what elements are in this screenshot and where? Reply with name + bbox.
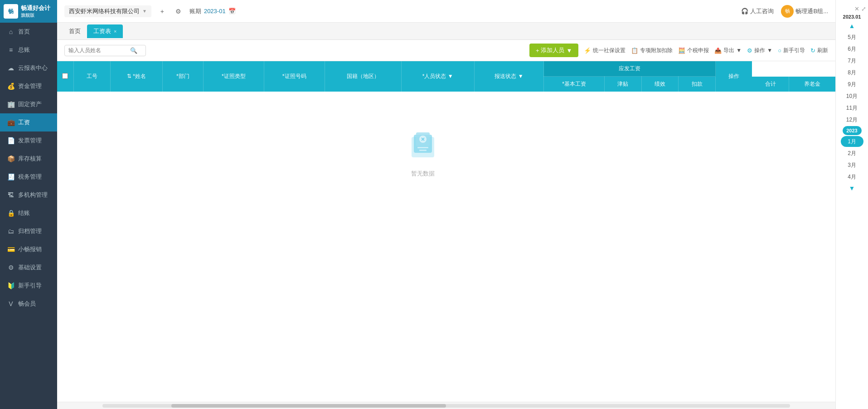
period-display: 2023.01 xyxy=(843,14,861,19)
month-1-active[interactable]: 1月 xyxy=(841,136,863,147)
operations-button[interactable]: ⚙ 操作 ▼ xyxy=(747,47,772,54)
month-9[interactable]: 9月 xyxy=(841,79,863,90)
sidebar-item-salary[interactable]: 💼 工资 xyxy=(0,113,57,131)
period-info: 账期 2023-01 📅 xyxy=(189,7,236,15)
right-date-panel: ✕ ⤢ 2023.01 ▲ 5月 6月 7月 8月 9月 10月 11月 12月… xyxy=(835,0,868,409)
month-6[interactable]: 6月 xyxy=(841,44,863,54)
th-report-status: 报送状态 ▼ xyxy=(475,61,544,92)
scroll-thumb[interactable] xyxy=(171,404,446,408)
year-2023-label: 2023 xyxy=(843,126,862,135)
operations-dropdown-icon: ▼ xyxy=(767,47,772,54)
month-12[interactable]: 12月 xyxy=(841,114,863,125)
user-menu[interactable]: 畅 畅理通B组... xyxy=(781,5,828,18)
expand-panel-button[interactable]: ⤢ xyxy=(861,5,866,12)
report-filter-icon[interactable]: ▼ xyxy=(518,73,524,79)
headset-icon: 🎧 xyxy=(741,8,748,15)
social-security-button[interactable]: ⚡ 统一社保设置 xyxy=(584,47,626,54)
tab-home[interactable]: 首页 xyxy=(63,24,87,38)
month-10[interactable]: 10月 xyxy=(841,91,863,102)
month-5[interactable]: 5月 xyxy=(841,32,863,43)
salary-table: 工号 ⇅ *姓名 *部门 *证照类型 *证照号码 国籍（地区） *人员状态 ▼ … xyxy=(57,61,835,214)
topbar: 西安虾米网络科技有限公司 ▼ + ⚙ 账期 2023-01 📅 🎧 人工咨询 畅… xyxy=(57,0,835,23)
refresh-button[interactable]: ↻ 刷新 xyxy=(810,47,828,54)
month-3[interactable]: 3月 xyxy=(841,160,863,170)
sidebar-item-cloud-label: 云报表中心 xyxy=(18,64,48,72)
month-8[interactable]: 8月 xyxy=(841,67,863,78)
export-button[interactable]: 📤 导出 ▼ xyxy=(714,47,742,54)
social-security-label: 统一社保设置 xyxy=(593,47,626,54)
search-input[interactable] xyxy=(68,47,127,54)
sidebar-item-salary-label: 工资 xyxy=(18,118,30,127)
home-icon: ⌂ xyxy=(7,28,15,35)
sidebar-item-multi-org[interactable]: 🏗 多机构管理 xyxy=(0,186,57,204)
table-header-row1: 工号 ⇅ *姓名 *部门 *证照类型 *证照号码 国籍（地区） *人员状态 ▼ … xyxy=(57,61,835,77)
inventory-icon: 📦 xyxy=(7,155,15,162)
sidebar-item-settings[interactable]: ⚙ 基础设置 xyxy=(0,258,57,277)
month-7[interactable]: 7月 xyxy=(841,55,863,66)
select-all-checkbox-th[interactable] xyxy=(57,61,73,92)
tax-report-button[interactable]: 🧮 个税申报 xyxy=(678,47,709,54)
th-allowance: 津贴 xyxy=(604,77,641,92)
sidebar-item-guide[interactable]: 🔰 新手引导 xyxy=(0,277,57,295)
cloud-icon: ☁ xyxy=(7,64,15,72)
app-logo: 畅 畅通好会计 旗舰版 xyxy=(0,0,57,23)
tab-close-icon[interactable]: × xyxy=(114,29,116,34)
sidebar-item-archive[interactable]: 🗂 归档管理 xyxy=(0,222,57,240)
status-filter-icon[interactable]: ▼ xyxy=(448,73,453,79)
add-person-button[interactable]: + 添加人员 ▼ xyxy=(529,44,578,57)
sidebar-item-ledger[interactable]: ≡ 总账 xyxy=(0,41,57,59)
sidebar-item-tax-label: 税务管理 xyxy=(18,173,42,181)
sidebar-item-home[interactable]: ⌂ 首页 xyxy=(0,23,57,41)
extra-deduction-button[interactable]: 📋 专项附加扣除 xyxy=(631,47,673,54)
month-11[interactable]: 11月 xyxy=(841,102,863,113)
th-total: 合计 xyxy=(752,77,789,92)
panel-down-icon[interactable]: ▼ xyxy=(847,183,857,194)
sidebar-item-cloud-report[interactable]: ☁ 云报表中心 xyxy=(0,59,57,77)
settings-button[interactable]: ⚙ xyxy=(173,6,184,17)
tabs-bar: 首页 工资表 × xyxy=(57,23,835,40)
extra-deduction-label: 专项附加扣除 xyxy=(640,47,673,54)
empty-icon xyxy=(405,128,441,164)
sidebar-item-tax[interactable]: 🧾 税务管理 xyxy=(0,168,57,186)
month-4[interactable]: 4月 xyxy=(841,171,863,182)
add-company-button[interactable]: + xyxy=(157,6,168,17)
tab-salary[interactable]: 工资表 × xyxy=(87,24,123,38)
sidebar-item-invoice[interactable]: 📄 发票管理 xyxy=(0,131,57,150)
sidebar-item-member[interactable]: V 畅会员 xyxy=(0,295,57,313)
sidebar-item-closing[interactable]: 🔒 结账 xyxy=(0,204,57,222)
dropdown-icon: ▼ xyxy=(566,47,572,54)
sidebar-item-fund[interactable]: 💰 资金管理 xyxy=(0,77,57,95)
add-person-label: 添加人员 xyxy=(541,46,564,54)
sidebar-item-assets[interactable]: 🏢 固定资产 xyxy=(0,95,57,113)
sidebar-item-archive-label: 归档管理 xyxy=(18,227,42,235)
help-button[interactable]: 🎧 人工咨询 xyxy=(741,7,774,15)
select-all-checkbox[interactable] xyxy=(62,73,68,79)
sidebar-item-inventory[interactable]: 📦 库存核算 xyxy=(0,150,57,168)
search-icon[interactable]: 🔍 xyxy=(130,47,137,54)
empty-state-row: 暂无数据 xyxy=(57,92,835,214)
member-icon: V xyxy=(7,300,15,307)
calendar-icon[interactable]: 📅 xyxy=(228,8,236,15)
company-name: 西安虾米网络科技有限公司 xyxy=(69,7,140,15)
close-panel-button[interactable]: ✕ xyxy=(854,5,859,12)
app-name: 畅通好会计 xyxy=(21,4,50,12)
closing-icon: 🔒 xyxy=(7,209,15,217)
month-2[interactable]: 2月 xyxy=(841,148,863,159)
table-scrollbar[interactable] xyxy=(57,402,835,409)
th-employee-id: 工号 xyxy=(73,61,111,92)
toolbar-right: + 添加人员 ▼ ⚡ 统一社保设置 📋 专项附加扣除 🧮 个税申报 📤 xyxy=(529,44,828,57)
main-area: 西安虾米网络科技有限公司 ▼ + ⚙ 账期 2023-01 📅 🎧 人工咨询 畅… xyxy=(57,0,835,409)
th-base-salary: *基本工资 xyxy=(544,77,605,92)
sidebar-item-expense[interactable]: 💳 小畅报销 xyxy=(0,240,57,258)
salary-icon: 💼 xyxy=(7,119,15,126)
period-value[interactable]: 2023-01 xyxy=(204,8,226,15)
th-performance: 绩效 xyxy=(641,77,679,92)
scroll-track[interactable] xyxy=(102,404,790,408)
panel-up-icon[interactable]: ▲ xyxy=(847,20,857,31)
app-version: 旗舰版 xyxy=(21,12,50,19)
guide-button[interactable]: ○ 新手引导 xyxy=(778,47,805,54)
company-selector[interactable]: 西安虾米网络科技有限公司 ▼ xyxy=(64,5,151,17)
refresh-icon: ↻ xyxy=(810,47,815,54)
th-deduction: 扣款 xyxy=(679,77,716,92)
th-name: ⇅ *姓名 xyxy=(111,61,162,92)
